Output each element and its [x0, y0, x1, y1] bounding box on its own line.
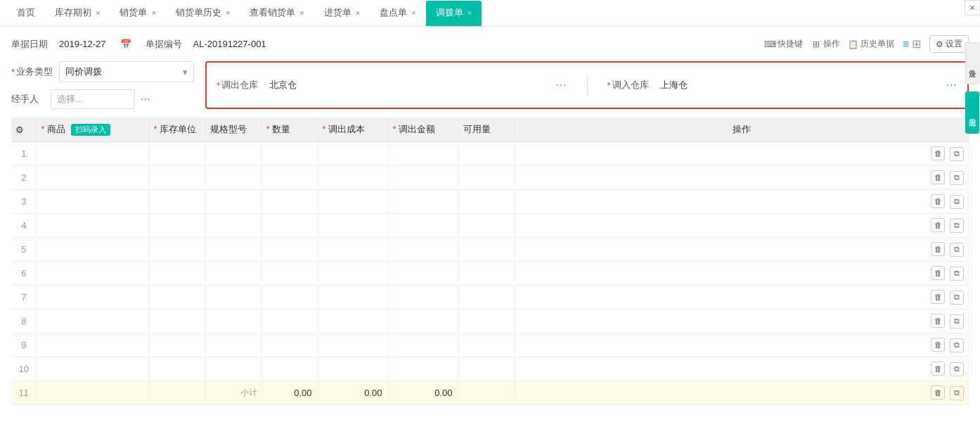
unit-cell-4[interactable]	[149, 214, 205, 238]
amount-cell-6[interactable]	[388, 262, 458, 286]
copy-row-icon-9[interactable]: ⧉	[950, 338, 964, 352]
spec-cell-4[interactable]	[205, 214, 262, 238]
delete-row-icon-2[interactable]: 🗑	[931, 170, 945, 184]
avail-cell-9[interactable]	[458, 333, 515, 357]
tab-home[interactable]: 首页	[7, 1, 45, 26]
operations-btn[interactable]: ⊞ 操作	[811, 38, 840, 50]
delete-icon[interactable]: 🗑	[931, 386, 945, 400]
avail-cell-1[interactable]	[458, 142, 515, 166]
avail-cell-5[interactable]	[458, 238, 515, 262]
close-inventory-check[interactable]: ×	[411, 8, 415, 17]
close-transfer-order[interactable]: ×	[468, 8, 472, 17]
copy-row-icon-3[interactable]: ⧉	[950, 195, 964, 209]
copy-icon[interactable]: ⧉	[950, 386, 964, 400]
spec-cell-3[interactable]	[205, 190, 262, 214]
copy-row-icon-2[interactable]: ⧉	[950, 171, 964, 185]
goods-cell-1[interactable]	[37, 142, 149, 166]
sidebar-export-btn[interactable]: 导出	[965, 91, 979, 134]
close-sales-order[interactable]: ×	[151, 8, 155, 17]
in-warehouse-value[interactable]: 上海仓	[655, 75, 941, 95]
spec-cell-7[interactable]	[205, 286, 262, 310]
qty-cell-10[interactable]	[262, 357, 318, 381]
copy-row-icon-4[interactable]: ⧉	[950, 219, 964, 233]
handler-select[interactable]: 选择...	[51, 89, 135, 109]
tab-sales-history[interactable]: 销货单历史 ×	[166, 1, 240, 26]
amount-cell-7[interactable]	[388, 286, 458, 310]
tab-sales-order[interactable]: 销货单 ×	[110, 1, 165, 26]
out-warehouse-more-btn[interactable]: ···	[555, 79, 567, 91]
qty-cell-1[interactable]	[262, 142, 318, 166]
biz-type-select[interactable]: 同价调拨 ▾	[59, 61, 194, 82]
out-warehouse-value[interactable]: 北京仓	[264, 75, 550, 95]
view-toggle[interactable]: ≡ ⊞	[903, 37, 921, 51]
cost-cell-5[interactable]	[318, 238, 388, 262]
cost-cell-6[interactable]	[318, 262, 388, 286]
biz-type-arrow[interactable]: ▾	[183, 67, 188, 77]
table-settings-icon[interactable]: ⚙	[15, 125, 24, 135]
cost-cell-4[interactable]	[318, 214, 388, 238]
amount-cell-10[interactable]	[388, 357, 458, 381]
copy-row-icon-5[interactable]: ⧉	[950, 243, 964, 257]
avail-cell-10[interactable]	[458, 357, 515, 381]
amount-cell-9[interactable]	[388, 333, 458, 357]
copy-row-icon-8[interactable]: ⧉	[950, 314, 964, 329]
amount-cell-5[interactable]	[388, 238, 458, 262]
copy-row-icon-1[interactable]: ⧉	[950, 147, 964, 161]
close-view-sales[interactable]: ×	[299, 8, 304, 17]
unit-cell-1[interactable]	[149, 142, 205, 166]
delete-row-icon-4[interactable]: 🗑	[931, 218, 945, 232]
goods-cell-3[interactable]	[37, 190, 149, 214]
tab-view-sales[interactable]: 查看销货单 ×	[240, 1, 314, 26]
shortcut-btn[interactable]: ⌨ 快捷键	[766, 38, 803, 50]
delete-row-icon-1[interactable]: 🗑	[931, 146, 945, 160]
avail-cell-2[interactable]	[458, 166, 515, 190]
delete-row-icon-8[interactable]: 🗑	[931, 314, 945, 328]
delete-row-icon-6[interactable]: 🗑	[931, 266, 945, 280]
spec-cell-6[interactable]	[205, 262, 262, 286]
qty-cell-7[interactable]	[262, 286, 318, 310]
spec-cell-8[interactable]	[205, 310, 262, 333]
goods-cell-8[interactable]	[37, 310, 149, 333]
goods-cell-6[interactable]	[37, 262, 149, 286]
unit-cell-3[interactable]	[149, 190, 205, 214]
qty-cell-2[interactable]	[262, 166, 318, 190]
th-settings[interactable]: ⚙	[11, 117, 37, 142]
goods-cell-7[interactable]	[37, 286, 149, 310]
avail-cell-7[interactable]	[458, 286, 515, 310]
handler-more-btn[interactable]: ···	[141, 93, 150, 106]
unit-cell-2[interactable]	[149, 166, 205, 190]
tab-transfer-order[interactable]: 调拨单 ×	[426, 1, 482, 26]
copy-row-icon-6[interactable]: ⧉	[950, 267, 964, 281]
unit-cell-6[interactable]	[149, 262, 205, 286]
goods-cell-9[interactable]	[37, 333, 149, 357]
calendar-icon[interactable]: 📅	[120, 39, 131, 49]
copy-row-icon-10[interactable]: ⧉	[950, 362, 964, 376]
unit-cell-5[interactable]	[149, 238, 205, 262]
qty-cell-5[interactable]	[262, 238, 318, 262]
unit-cell-8[interactable]	[149, 310, 205, 333]
cost-cell-9[interactable]	[318, 333, 388, 357]
sidebar-note-btn[interactable]: 备注	[965, 42, 979, 84]
delete-row-icon-5[interactable]: 🗑	[931, 242, 945, 256]
delete-row-icon-3[interactable]: 🗑	[931, 194, 945, 208]
close-window-button[interactable]: ×	[965, 0, 980, 15]
amount-cell-1[interactable]	[388, 142, 458, 166]
goods-cell-10[interactable]	[37, 357, 149, 381]
cost-cell-8[interactable]	[318, 310, 388, 333]
cost-cell-1[interactable]	[318, 142, 388, 166]
qty-cell-9[interactable]	[262, 333, 318, 357]
delete-row-icon-9[interactable]: 🗑	[931, 338, 945, 352]
in-warehouse-more-btn[interactable]: ···	[946, 79, 958, 91]
settings-button[interactable]: ⚙ 设置	[929, 35, 969, 53]
history-btn[interactable]: 📋 历史单据	[849, 38, 894, 50]
unit-cell-10[interactable]	[149, 357, 205, 381]
close-sales-history[interactable]: ×	[226, 8, 230, 17]
qty-cell-8[interactable]	[262, 310, 318, 333]
avail-cell-4[interactable]	[458, 214, 515, 238]
goods-cell-2[interactable]	[37, 166, 149, 190]
tab-inventory-init[interactable]: 库存期初 ×	[45, 1, 110, 26]
cost-cell-2[interactable]	[318, 166, 388, 190]
scan-btn[interactable]: 扫码录入	[71, 124, 110, 136]
unit-cell-7[interactable]	[149, 286, 205, 310]
unit-cell-9[interactable]	[149, 333, 205, 357]
